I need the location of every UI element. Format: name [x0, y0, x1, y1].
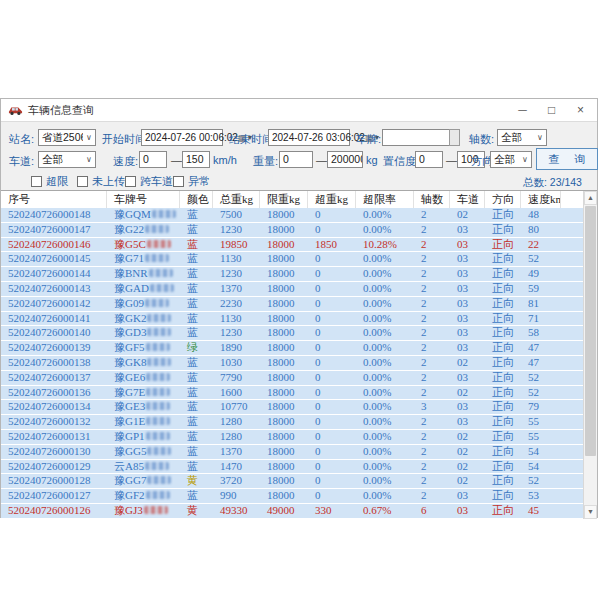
scroll-up-icon[interactable] — [584, 191, 597, 205]
cell-lane: 03 — [450, 341, 485, 355]
table-row[interactable]: 520240726000143 豫GAD 蓝 1370 18000 0 0.00… — [1, 282, 583, 297]
blurred-plate-region — [147, 447, 171, 455]
cell-serial: 520240726000142 — [1, 297, 107, 311]
scrollbar-thumb[interactable] — [585, 206, 596, 456]
cell-total-weight: 1130 — [213, 252, 260, 266]
table-row[interactable]: 520240726000136 豫G7E 蓝 1600 18000 0 0.00… — [1, 386, 583, 401]
plate-lookup-button[interactable] — [449, 129, 460, 146]
checkbox-icon — [125, 176, 136, 187]
header-total-weight[interactable]: 总重kg — [213, 191, 260, 208]
cell-axles: 2 — [414, 356, 450, 370]
minimize-button[interactable]: ─ — [508, 99, 537, 121]
cell-axles: 2 — [414, 386, 450, 400]
table-row[interactable]: 520240726000127 豫GF2 蓝 990 18000 0 0.00%… — [1, 489, 583, 504]
cell-color: 蓝 — [180, 282, 213, 296]
table-row[interactable]: 520240726000132 豫G1E 蓝 1280 18000 0 0.00… — [1, 415, 583, 430]
scroll-down-icon[interactable] — [584, 505, 597, 519]
blurred-plate-region — [147, 314, 171, 322]
table-row[interactable]: 520240726000138 豫GK8 蓝 1030 18000 0 0.00… — [1, 356, 583, 371]
end-time-input[interactable]: 2024-07-26 03:06:02 — [268, 129, 350, 146]
total-count: 总数: 23/143 — [523, 176, 582, 190]
cell-serial: 520240726000134 — [1, 400, 107, 414]
checkbox-not-uploaded[interactable]: 未上传 — [77, 174, 125, 189]
cell-color: 蓝 — [180, 252, 213, 266]
table-row[interactable]: 520240726000144 豫BNR 蓝 1230 18000 0 0.00… — [1, 267, 583, 282]
cell-over-rate: 0.00% — [356, 282, 414, 296]
direction-select[interactable]: 全部 — [490, 151, 532, 168]
table-row[interactable]: 520240726000142 豫G09 蓝 2230 18000 0 0.00… — [1, 297, 583, 312]
lane-select[interactable]: 全部 — [38, 151, 96, 168]
header-axles[interactable]: 轴数 — [414, 191, 450, 208]
speed-min-input[interactable]: 0 — [139, 151, 167, 168]
cell-axles: 2 — [414, 223, 450, 237]
range-dash: — — [316, 154, 327, 166]
cell-lane: 02 — [450, 460, 485, 474]
table-row[interactable]: 520240726000139 豫GF5 绿 1890 18000 0 0.00… — [1, 341, 583, 356]
cell-over-weight: 0 — [308, 474, 356, 488]
checkbox-cross-lane[interactable]: 跨车道 — [125, 174, 173, 189]
header-lane[interactable]: 车道 — [450, 191, 485, 208]
close-button[interactable]: × — [566, 99, 595, 121]
header-over-weight[interactable]: 超重kg — [308, 191, 356, 208]
weight-max-input[interactable]: 200000 — [327, 151, 363, 168]
header-serial[interactable]: 序号 — [1, 191, 107, 208]
table-row[interactable]: 520240726000130 豫GG5 蓝 1370 18000 0 0.00… — [1, 445, 583, 460]
table-row[interactable]: 520240726000148 豫GQM 蓝 7500 18000 0 0.00… — [1, 208, 583, 223]
cell-speed: 52 — [521, 252, 583, 266]
table-row[interactable]: 520240726000147 豫G22 蓝 1230 18000 0 0.00… — [1, 223, 583, 238]
table-row[interactable]: 520240726000134 豫GE3 蓝 10770 18000 0 0.0… — [1, 400, 583, 415]
header-plate[interactable]: 车牌号 — [107, 191, 180, 208]
table-row[interactable]: 520240726000131 豫GP1 蓝 1280 18000 0 0.00… — [1, 430, 583, 445]
cell-color: 蓝 — [180, 326, 213, 340]
vertical-scrollbar[interactable] — [583, 191, 597, 519]
header-direction[interactable]: 方向 — [485, 191, 521, 208]
checkbox-abnormal[interactable]: 异常 — [173, 174, 210, 189]
confidence-label: 置信度: — [383, 154, 419, 169]
cell-color: 蓝 — [180, 238, 213, 252]
plate-input[interactable] — [382, 129, 450, 146]
header-over-rate[interactable]: 超限率 — [356, 191, 414, 208]
cell-limit-weight: 18000 — [260, 356, 308, 370]
table-row[interactable]: 520240726000146 豫G5C 蓝 19850 18000 1850 … — [1, 238, 583, 253]
station-select[interactable]: 省道2506f — [38, 129, 96, 146]
cell-limit-weight: 18000 — [260, 474, 308, 488]
cell-plate: 豫GD3 — [107, 326, 180, 340]
cell-speed: 71 — [521, 312, 583, 326]
confidence-min-input[interactable]: 0 — [415, 151, 443, 168]
table-row[interactable]: 520240726000145 豫G71 蓝 1130 18000 0 0.00… — [1, 252, 583, 267]
start-time-input[interactable]: 2024-07-26 00:06:02 — [141, 129, 223, 146]
cell-serial: 520240726000136 — [1, 386, 107, 400]
cell-lane: 03 — [450, 282, 485, 296]
plate-label: 车牌: — [356, 132, 381, 147]
header-limit-weight[interactable]: 限重kg — [260, 191, 308, 208]
checkbox-overlimit[interactable]: 超限 — [31, 174, 68, 189]
table-row[interactable]: 520240726000137 豫GE6 蓝 7790 18000 0 0.00… — [1, 371, 583, 386]
speed-max-input[interactable]: 150 — [182, 151, 210, 168]
cell-color: 蓝 — [180, 267, 213, 281]
cell-limit-weight: 18000 — [260, 371, 308, 385]
cell-lane: 03 — [450, 312, 485, 326]
cell-over-rate: 0.00% — [356, 223, 414, 237]
table-row[interactable]: 520240726000129 云A85 蓝 1470 18000 0 0.00… — [1, 460, 583, 475]
blurred-plate-region — [145, 254, 169, 262]
table-row[interactable]: 520240726000128 豫GG7 黄 3720 18000 0 0.00… — [1, 474, 583, 489]
cell-total-weight: 1130 — [213, 312, 260, 326]
app-window: 车辆信息查询 ─ □ × 站名: 省道2506f 开始时间: 2024-07-2… — [0, 98, 598, 518]
header-color[interactable]: 颜色 — [180, 191, 213, 208]
cell-plate: 豫BNR — [107, 267, 180, 281]
cell-speed: 59 — [521, 282, 583, 296]
header-speed[interactable]: 速度km/h — [521, 191, 561, 208]
maximize-button[interactable]: □ — [537, 99, 566, 121]
weight-min-input[interactable]: 0 — [279, 151, 313, 168]
table-row[interactable]: 520240726000140 豫GD3 蓝 1230 18000 0 0.00… — [1, 326, 583, 341]
axles-select[interactable]: 全部 — [497, 129, 547, 146]
cell-direction: 正向 — [485, 297, 521, 311]
cell-limit-weight: 18000 — [260, 238, 308, 252]
cell-over-weight: 0 — [308, 460, 356, 474]
cell-plate: 豫G7E — [107, 386, 180, 400]
checkbox-icon — [77, 176, 88, 187]
query-button[interactable]: 查 询 — [536, 148, 598, 170]
table-row[interactable]: 520240726000126 豫GJ3 黄 49330 49000 330 0… — [1, 504, 583, 519]
cell-over-rate: 0.00% — [356, 371, 414, 385]
table-row[interactable]: 520240726000141 豫GK2 蓝 1130 18000 0 0.00… — [1, 312, 583, 327]
